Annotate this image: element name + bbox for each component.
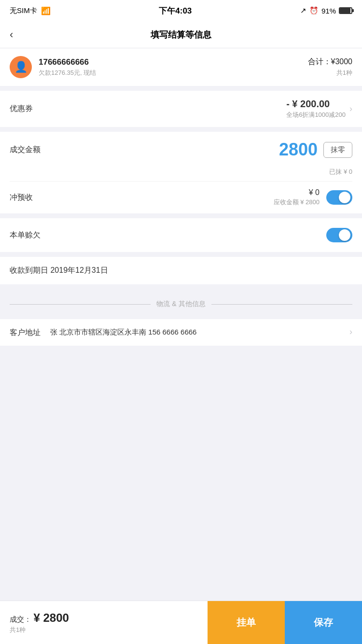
coupon-label: 优惠券 — [10, 104, 33, 114]
status-left: 无SIM卡 📶 — [10, 6, 51, 15]
alarm-icon: ⏰ — [309, 6, 319, 15]
pre-collect-row: 冲预收 ¥ 0 应收金额 ¥ 2800 — [0, 182, 362, 213]
deal-section: 成交金额 2800 抹零 已抹 ¥ 0 冲预收 ¥ 0 应收金额 ¥ 2800 — [0, 132, 362, 213]
debtor-toggle-knob — [339, 229, 350, 241]
page-title: 填写结算等信息 — [151, 29, 211, 41]
debtor-section: 本单赊欠 — [0, 218, 362, 252]
customer-left: 👤 17666666666 欠款1276.35元, 现结 — [10, 56, 96, 78]
status-bar: 无SIM卡 📶 下午4:03 ↗ ⏰ 91% — [0, 0, 362, 21]
address-right: 张 北京市市辖区海淀区永丰南 156 6666 6666 › — [50, 327, 352, 338]
location-icon: ↗ — [300, 6, 306, 15]
pre-collect-label: 冲预收 — [10, 193, 33, 203]
deal-amount-sub: 已抹 ¥ 0 — [0, 168, 362, 181]
avatar: 👤 — [10, 56, 32, 78]
coupon-discount-desc: 全场6折满1000减200 — [286, 111, 346, 119]
due-date-row: 收款到期日 2019年12月31日 — [0, 257, 362, 284]
address-row[interactable]: 客户地址 张 北京市市辖区海淀区永丰南 156 6666 6666 › — [0, 319, 362, 346]
content-area: 👤 17666666666 欠款1276.35元, 现结 合计：¥3000 共1… — [0, 48, 362, 471]
status-time: 下午4:03 — [159, 5, 192, 16]
bottom-count: 共1种 — [10, 626, 198, 634]
bottom-deal-label: 成交： — [10, 615, 31, 623]
logistics-line-left — [10, 304, 151, 305]
logistics-line-right — [211, 304, 352, 305]
bottom-bar: 成交： ¥ 2800 共1种 挂单 保存 — [0, 601, 362, 644]
deal-amount-number: 2800 — [279, 140, 318, 160]
pre-collect-value-block: ¥ 0 应收金额 ¥ 2800 — [274, 188, 320, 207]
deal-amount-row: 成交金额 2800 抹零 — [0, 132, 362, 168]
pre-collect-right: ¥ 0 应收金额 ¥ 2800 — [274, 188, 352, 207]
toggle-knob — [339, 192, 350, 203]
bottom-info: 成交： ¥ 2800 共1种 — [0, 611, 208, 634]
bottom-deal-line: 成交： ¥ 2800 — [10, 611, 198, 625]
nav-bar: ‹ 填写结算等信息 — [0, 21, 362, 48]
status-right: ↗ ⏰ 91% — [300, 6, 352, 15]
address-section: 客户地址 张 北京市市辖区海淀区永丰南 156 6666 6666 › — [0, 319, 362, 346]
due-date-section: 收款到期日 2019年12月31日 — [0, 257, 362, 284]
logistics-divider-inner: 物流 & 其他信息 — [10, 300, 352, 308]
debtor-toggle[interactable] — [326, 228, 352, 242]
carrier-text: 无SIM卡 — [10, 6, 37, 15]
logistics-wrapper: 物流 & 其他信息 — [0, 289, 362, 319]
debtor-label: 本单赊欠 — [10, 230, 41, 240]
save-button[interactable]: 保存 — [285, 601, 362, 644]
coupon-value-block: - ¥ 200.00 全场6折满1000减200 — [286, 98, 346, 119]
pre-collect-sub-value: 应收金额 ¥ 2800 — [274, 198, 320, 207]
due-date-label: 收款到期日 2019年12月31日 — [10, 266, 108, 274]
pre-collect-toggle[interactable] — [326, 190, 352, 205]
battery-percent: 91% — [321, 7, 336, 15]
address-label: 客户地址 — [10, 327, 41, 338]
coupon-discount-amount: - ¥ 200.00 — [286, 98, 346, 110]
pending-button[interactable]: 挂单 — [208, 601, 285, 644]
battery-icon — [339, 7, 352, 14]
back-button[interactable]: ‹ — [10, 28, 13, 41]
coupon-right: - ¥ 200.00 全场6折满1000减200 › — [286, 98, 352, 119]
deal-amount-label: 成交金额 — [10, 145, 41, 155]
customer-card: 👤 17666666666 欠款1276.35元, 现结 合计：¥3000 共1… — [0, 48, 362, 86]
wifi-icon: 📶 — [41, 6, 51, 15]
address-value: 张 北京市市辖区海淀区永丰南 156 6666 6666 — [50, 327, 345, 338]
coupon-section: 优惠券 - ¥ 200.00 全场6折满1000减200 › — [0, 91, 362, 127]
coupon-chevron-icon: › — [349, 104, 352, 114]
customer-sub-info: 欠款1276.35元, 现结 — [39, 69, 96, 77]
customer-total: 合计：¥3000 共1种 — [308, 57, 353, 77]
logistics-text: 物流 & 其他信息 — [156, 300, 205, 308]
round-off-button[interactable]: 抹零 — [323, 142, 352, 158]
total-count: 共1种 — [308, 69, 353, 77]
gray-spacer — [0, 350, 362, 428]
customer-phone: 17666666666 — [39, 57, 96, 67]
coupon-row[interactable]: 优惠券 - ¥ 200.00 全场6折满1000减200 › — [0, 91, 362, 127]
avatar-icon: 👤 — [14, 61, 28, 73]
total-amount: 合计：¥3000 — [308, 57, 353, 67]
deal-amount-right: 2800 抹零 — [279, 140, 352, 160]
bottom-deal-amount: ¥ 2800 — [33, 611, 69, 624]
pre-collect-value: ¥ 0 — [274, 188, 320, 197]
customer-info: 17666666666 欠款1276.35元, 现结 — [39, 57, 96, 77]
logistics-divider: 物流 & 其他信息 — [0, 293, 362, 315]
debtor-row: 本单赊欠 — [0, 218, 362, 252]
address-chevron-icon: › — [349, 327, 352, 337]
